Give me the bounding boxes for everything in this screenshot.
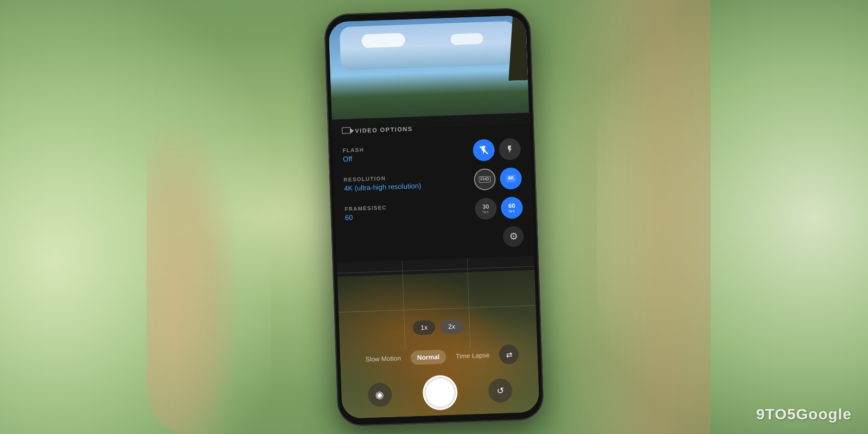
- video-icon: [342, 126, 351, 136]
- switch-icon: ⇄: [506, 350, 513, 359]
- flash-on-button[interactable]: [499, 138, 521, 160]
- mode-time-lapse[interactable]: Time Lapse: [449, 348, 496, 363]
- panel-header: VIDEO OPTIONS: [342, 120, 520, 135]
- fps60-label: 60 fps: [508, 203, 515, 213]
- resolution-buttons: FHD 4K: [474, 167, 522, 190]
- mode-switch-button[interactable]: ⇄: [499, 344, 519, 365]
- cloud2: [450, 33, 483, 45]
- slow-motion-label: Slow Motion: [365, 354, 401, 363]
- flip-icon: ↺: [497, 385, 505, 395]
- resolution-row: RESOLUTION 4K (ultra-high resolution) FH…: [343, 167, 522, 195]
- resolution-4k-button[interactable]: 4K: [500, 167, 522, 189]
- time-lapse-label: Time Lapse: [456, 352, 490, 360]
- sky-clouds: [340, 21, 517, 71]
- settings-row: ⚙: [346, 226, 524, 252]
- viewfinder-top: [328, 15, 529, 131]
- frames-row: FRAMES/SEC 60 30 fps 60: [344, 196, 523, 224]
- fps-30-button[interactable]: 30 fps: [475, 197, 497, 220]
- phone-wrapper: VIDEO OPTIONS FLASH Off: [324, 8, 544, 427]
- 4k-label: 4K: [506, 175, 516, 182]
- zoom-1x-label: 1x: [420, 324, 427, 331]
- gear-icon: ⚙: [509, 231, 518, 243]
- gallery-button[interactable]: ◉: [367, 382, 392, 407]
- zoom-1x-button[interactable]: 1x: [413, 320, 436, 335]
- watermark: 9TO5Google: [756, 406, 852, 423]
- fps-buttons: 30 fps 60 fps: [475, 196, 523, 220]
- fps-60-button[interactable]: 60 fps: [501, 196, 523, 219]
- flash-buttons: [473, 138, 521, 161]
- camera-controls: ◉ ↺: [341, 372, 539, 413]
- flash-off-button[interactable]: [473, 139, 495, 161]
- gallery-icon: ◉: [375, 388, 385, 401]
- shutter-button[interactable]: [422, 375, 458, 411]
- cloud1: [361, 33, 405, 48]
- video-options-panel: VIDEO OPTIONS FLASH Off: [332, 113, 534, 263]
- phone-body: VIDEO OPTIONS FLASH Off: [324, 8, 544, 427]
- zoom-2x-button[interactable]: 2x: [441, 319, 463, 334]
- phone-screen: VIDEO OPTIONS FLASH Off: [328, 15, 539, 419]
- flash-label-group: FLASH Off: [342, 143, 473, 163]
- panel-title: VIDEO OPTIONS: [355, 125, 413, 134]
- shutter-inner: [425, 378, 455, 407]
- bg-blur-left: [0, 0, 271, 434]
- bg-right: [597, 0, 868, 434]
- mode-normal[interactable]: Normal: [410, 349, 446, 365]
- normal-label: Normal: [417, 353, 440, 361]
- settings-button[interactable]: ⚙: [503, 226, 524, 247]
- flip-camera-button[interactable]: ↺: [488, 378, 513, 403]
- fps30-label: 30 fps: [482, 203, 489, 213]
- frames-label-group: FRAMES/SEC 60: [344, 201, 475, 221]
- fhd-label: FHD: [478, 176, 491, 183]
- resolution-label-group: RESOLUTION 4K (ultra-high resolution): [343, 172, 474, 192]
- mode-slow-motion[interactable]: Slow Motion: [359, 351, 407, 367]
- flash-row: FLASH Off: [342, 138, 521, 165]
- resolution-fhd-button[interactable]: FHD: [474, 168, 496, 190]
- zoom-2x-label: 2x: [448, 323, 455, 330]
